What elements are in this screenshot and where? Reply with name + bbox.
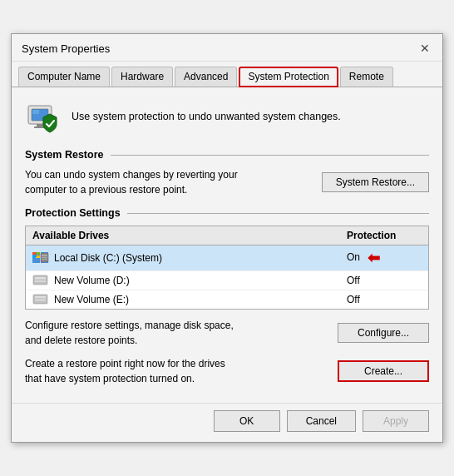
svg-rect-14 bbox=[42, 255, 47, 256]
close-button[interactable]: ✕ bbox=[417, 41, 432, 56]
drive-icon-local bbox=[32, 252, 49, 264]
svg-rect-23 bbox=[35, 299, 46, 300]
svg-rect-20 bbox=[35, 281, 46, 282]
drive-icon-d bbox=[32, 275, 49, 286]
configure-description: Configure restore settings, manage disk … bbox=[25, 318, 241, 348]
svg-rect-9 bbox=[32, 252, 36, 255]
tabs-bar: Computer Name Hardware Advanced System P… bbox=[12, 62, 442, 87]
system-restore-header: System Restore bbox=[25, 149, 429, 161]
table-row[interactable]: New Volume (D:) Off bbox=[26, 271, 428, 290]
section-divider bbox=[111, 155, 430, 156]
cancel-button[interactable]: Cancel bbox=[287, 410, 356, 432]
configure-button[interactable]: Configure... bbox=[338, 323, 429, 343]
tab-content: Use system protection to undo unwanted s… bbox=[12, 87, 442, 403]
svg-rect-15 bbox=[42, 257, 47, 258]
title-bar: System Properties ✕ bbox=[12, 34, 442, 62]
svg-rect-7 bbox=[32, 258, 40, 263]
system-restore-description: You can undo system changes by reverting… bbox=[25, 167, 241, 197]
svg-rect-18 bbox=[35, 277, 46, 279]
tab-hardware[interactable]: Hardware bbox=[111, 67, 173, 87]
create-row: Create a restore point right now for the… bbox=[25, 356, 429, 386]
tab-system-protection[interactable]: System Protection bbox=[239, 67, 338, 87]
system-restore-button[interactable]: System Restore... bbox=[322, 172, 429, 192]
svg-rect-24 bbox=[35, 300, 46, 301]
system-restore-row: You can undo system changes by reverting… bbox=[25, 167, 429, 197]
svg-rect-10 bbox=[37, 252, 40, 255]
col-header-drives: Available Drives bbox=[32, 230, 347, 241]
ok-button[interactable]: OK bbox=[214, 410, 280, 432]
tab-advanced[interactable]: Advanced bbox=[175, 67, 237, 87]
window-title: System Properties bbox=[22, 42, 110, 55]
col-header-protection: Protection bbox=[347, 230, 422, 241]
section-divider-2 bbox=[127, 213, 429, 214]
drive-name-d: New Volume (D:) bbox=[54, 275, 347, 286]
create-button[interactable]: Create... bbox=[338, 360, 429, 382]
drives-table: Available Drives Protection bbox=[25, 226, 429, 310]
drive-icon-e bbox=[32, 294, 49, 305]
svg-rect-16 bbox=[42, 259, 47, 260]
configure-row: Configure restore settings, manage disk … bbox=[25, 318, 429, 348]
system-restore-section: System Restore You can undo system chang… bbox=[25, 149, 429, 197]
table-row[interactable]: Local Disk (C:) (System) On ⬅ bbox=[26, 245, 428, 271]
system-properties-window: System Properties ✕ Computer Name Hardwa… bbox=[11, 33, 443, 443]
svg-rect-3 bbox=[37, 124, 43, 126]
top-info-row: Use system protection to undo unwanted s… bbox=[25, 99, 429, 136]
table-row[interactable]: New Volume (E:) Off bbox=[26, 290, 428, 309]
tab-computer-name[interactable]: Computer Name bbox=[18, 67, 110, 87]
protection-settings-title: Protection Settings bbox=[25, 207, 121, 219]
drive-protection-c: On ⬅ bbox=[347, 249, 422, 267]
info-description: Use system protection to undo unwanted s… bbox=[72, 110, 341, 125]
svg-rect-19 bbox=[35, 280, 46, 280]
svg-rect-2 bbox=[32, 110, 39, 114]
red-arrow-indicator: ⬅ bbox=[368, 249, 380, 267]
protection-settings-section: Protection Settings Available Drives Pro… bbox=[25, 207, 429, 386]
svg-rect-12 bbox=[37, 255, 40, 258]
apply-button[interactable]: Apply bbox=[363, 410, 429, 432]
create-description: Create a restore point right now for the… bbox=[25, 356, 241, 386]
drive-protection-d: Off bbox=[347, 275, 422, 286]
svg-rect-22 bbox=[35, 296, 46, 298]
drive-name-e: New Volume (E:) bbox=[54, 294, 347, 305]
footer: OK Cancel Apply bbox=[12, 403, 442, 442]
table-header: Available Drives Protection bbox=[26, 226, 428, 245]
system-restore-title: System Restore bbox=[25, 149, 104, 161]
svg-rect-11 bbox=[32, 255, 36, 258]
tab-remote[interactable]: Remote bbox=[340, 67, 393, 87]
shield-icon bbox=[25, 99, 62, 136]
drive-name-c: Local Disk (C:) (System) bbox=[54, 252, 347, 264]
protection-settings-header: Protection Settings bbox=[25, 207, 429, 219]
drive-protection-e: Off bbox=[347, 294, 422, 305]
